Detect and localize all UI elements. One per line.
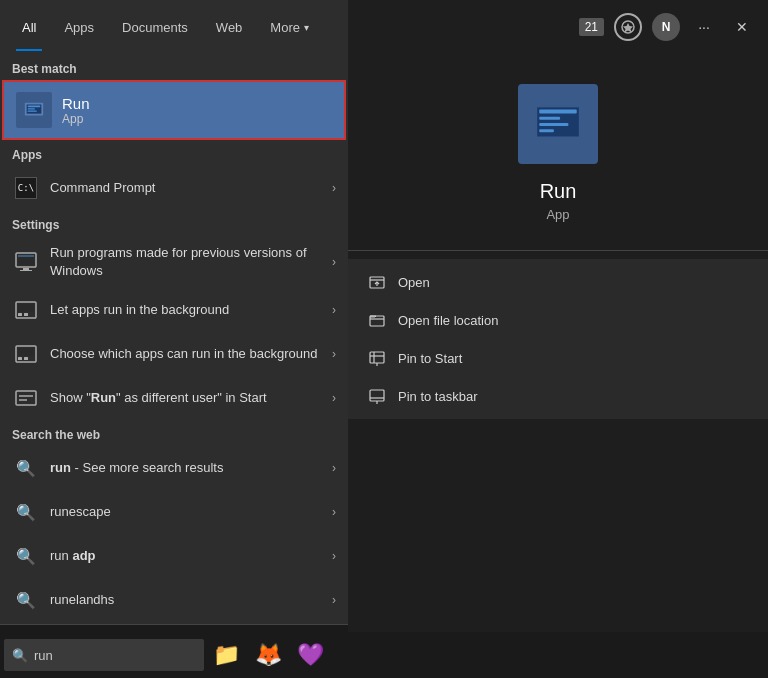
reward-icon[interactable] <box>614 13 642 41</box>
svg-rect-3 <box>28 108 35 109</box>
context-menu-pin-start[interactable]: Pin to Start <box>348 339 768 377</box>
settings-icon-4 <box>12 384 40 412</box>
svg-rect-25 <box>539 117 560 120</box>
tab-documents[interactable]: Documents <box>108 4 202 51</box>
results-area: Best match Run App Apps <box>0 54 348 624</box>
svg-rect-13 <box>24 313 28 316</box>
cmd-label: Command Prompt <box>50 179 332 197</box>
svg-rect-11 <box>18 304 34 312</box>
svg-rect-24 <box>539 109 577 113</box>
tab-all[interactable]: All <box>8 4 50 51</box>
search-web-icon-1: 🔍 <box>12 454 40 482</box>
list-item-run-programs[interactable]: Run programs made for previous versions … <box>0 236 348 288</box>
web-runescape-label: runescape <box>50 503 332 521</box>
settings-icon-1 <box>12 248 40 276</box>
svg-rect-16 <box>18 357 22 360</box>
taskbar: 🔍 run 📁 🦊 💜 <box>0 632 768 678</box>
pin-taskbar-icon <box>368 387 386 405</box>
best-match-title: Run <box>62 95 90 112</box>
run-app-icon <box>16 92 52 128</box>
context-menu: Open Open file location <box>348 259 768 419</box>
web-run-label: run - See more search results <box>50 459 332 477</box>
apps-section-header: Apps <box>0 140 348 166</box>
app-preview-type: App <box>546 207 569 222</box>
chevron-right-icon: › <box>332 181 336 195</box>
tab-web[interactable]: Web <box>202 4 257 51</box>
web-runadp-label: run adp <box>50 547 332 565</box>
tab-more[interactable]: More ▾ <box>256 4 323 51</box>
list-item-web-runadp[interactable]: 🔍 run adp › <box>0 534 348 578</box>
chevron-right-icon-8: › <box>332 549 336 563</box>
taskbar-files-app[interactable]: 📁 <box>206 635 246 675</box>
search-web-icon-2: 🔍 <box>12 498 40 526</box>
list-item-web-runescape[interactable]: 🔍 runescape › <box>0 490 348 534</box>
cmd-icon: C:\ <box>12 174 40 202</box>
svg-rect-26 <box>539 123 568 126</box>
chevron-right-icon-3: › <box>332 303 336 317</box>
web-runelandhs-label: runelandhs <box>50 591 332 609</box>
right-panel: 21 N ··· ✕ <box>348 0 768 678</box>
svg-rect-15 <box>18 348 34 356</box>
list-item-choose-background-apps[interactable]: Choose which apps can run in the backgro… <box>0 332 348 376</box>
svg-rect-27 <box>539 129 554 132</box>
svg-rect-9 <box>20 270 32 271</box>
context-menu-open[interactable]: Open <box>348 263 768 301</box>
list-item-background-apps[interactable]: Let apps run in the background › <box>0 288 348 332</box>
svg-rect-34 <box>370 390 384 401</box>
left-panel: All Apps Documents Web More ▾ Best match <box>0 0 348 678</box>
taskbar-search-icon: 🔍 <box>12 648 28 663</box>
list-item-web-runelandhs[interactable]: 🔍 runelandhs › <box>0 578 348 622</box>
chevron-right-icon-9: › <box>332 593 336 607</box>
app-preview: Run App <box>348 54 768 242</box>
web-section-header: Search the web <box>0 420 348 446</box>
best-match-header: Best match <box>0 54 348 80</box>
nav-tabs: All Apps Documents Web More ▾ <box>0 0 348 54</box>
divider <box>348 250 768 251</box>
svg-rect-8 <box>23 268 29 270</box>
user-avatar[interactable]: N <box>652 13 680 41</box>
search-web-icon-4: 🔍 <box>12 586 40 614</box>
taskbar-search-text: run <box>34 648 53 663</box>
choose-background-label: Choose which apps can run in the backgro… <box>50 345 332 363</box>
open-icon <box>368 273 386 291</box>
svg-rect-30 <box>370 352 384 363</box>
svg-rect-12 <box>18 313 22 316</box>
context-menu-open-file-location[interactable]: Open file location <box>348 301 768 339</box>
svg-rect-2 <box>28 105 41 107</box>
best-match-subtitle: App <box>62 112 90 126</box>
settings-icon-2 <box>12 296 40 324</box>
list-item-show-run[interactable]: Show "Run" as different user" in Start › <box>0 376 348 420</box>
taskbar-firefox-app[interactable]: 🦊 <box>248 635 288 675</box>
app-preview-name: Run <box>540 180 577 203</box>
taskbar-search[interactable]: 🔍 run <box>4 639 204 671</box>
tab-apps[interactable]: Apps <box>50 4 108 51</box>
close-button[interactable]: ✕ <box>728 13 756 41</box>
folder-icon <box>368 311 386 329</box>
start-menu: All Apps Documents Web More ▾ Best match <box>0 0 768 678</box>
chevron-right-icon-2: › <box>332 255 336 269</box>
background-apps-label: Let apps run in the background <box>50 301 332 319</box>
context-menu-pin-taskbar[interactable]: Pin to taskbar <box>348 377 768 415</box>
chevron-right-icon-5: › <box>332 391 336 405</box>
more-options-button[interactable]: ··· <box>690 13 718 41</box>
svg-rect-17 <box>24 357 28 360</box>
best-match-item[interactable]: Run App <box>2 80 346 140</box>
settings-icon-3 <box>12 340 40 368</box>
notification-badge: 21 <box>579 18 604 36</box>
pin-start-icon <box>368 349 386 367</box>
run-programs-label: Run programs made for previous versions … <box>50 244 332 280</box>
taskbar-discord-app[interactable]: 💜 <box>290 635 330 675</box>
svg-rect-4 <box>28 110 37 111</box>
list-item-web-run[interactable]: 🔍 run - See more search results › <box>0 446 348 490</box>
list-item-command-prompt[interactable]: C:\ Command Prompt › <box>0 166 348 210</box>
chevron-right-icon-7: › <box>332 505 336 519</box>
settings-section-header: Settings <box>0 210 348 236</box>
chevron-right-icon-4: › <box>332 347 336 361</box>
show-run-label: Show "Run" as different user" in Start <box>50 389 332 407</box>
chevron-down-icon: ▾ <box>304 22 309 33</box>
chevron-right-icon-6: › <box>332 461 336 475</box>
search-web-icon-3: 🔍 <box>12 542 40 570</box>
right-header: 21 N ··· ✕ <box>348 0 768 54</box>
app-preview-icon <box>518 84 598 164</box>
svg-rect-18 <box>16 391 36 405</box>
